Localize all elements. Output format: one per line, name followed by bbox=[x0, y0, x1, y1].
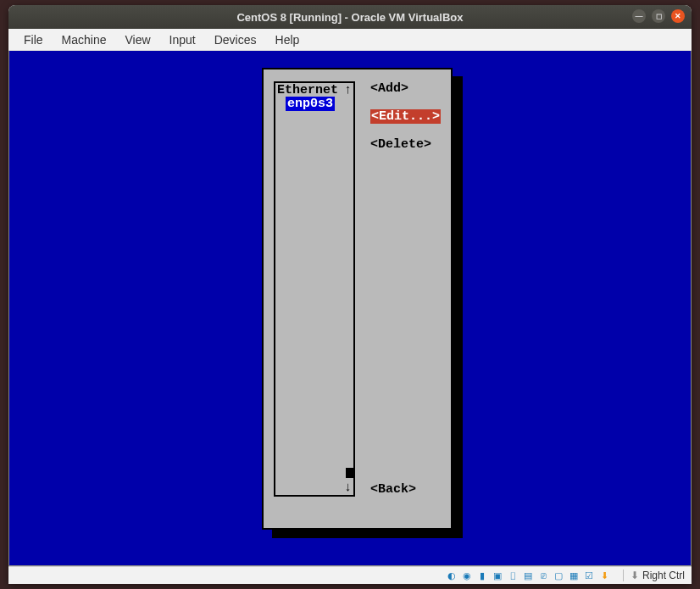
menubar: File Machine View Input Devices Help bbox=[8, 29, 692, 51]
network-icon[interactable]: ▣ bbox=[492, 570, 504, 581]
hard-disk-icon[interactable]: ◐ bbox=[446, 570, 458, 581]
vm-screen[interactable]: Ethernet ↑ enp0s3 ↓ <Add> <Edit...> bbox=[8, 51, 692, 566]
host-key-indicator[interactable]: ⬇ Right Ctrl bbox=[631, 570, 685, 581]
vboxvm-icon[interactable]: ▦ bbox=[568, 570, 581, 581]
separator bbox=[623, 570, 624, 581]
close-button[interactable]: ✕ bbox=[671, 9, 685, 23]
delete-button[interactable]: <Delete> bbox=[370, 137, 441, 152]
audio-icon[interactable]: ▮ bbox=[476, 570, 489, 581]
add-button[interactable]: <Add> bbox=[370, 81, 441, 96]
dialog-buttons: <Add> <Edit...> <Delete> <Back> bbox=[370, 81, 441, 497]
menu-devices[interactable]: Devices bbox=[206, 31, 265, 49]
minimize-button[interactable]: — bbox=[632, 9, 646, 23]
statusbar: ◐ ◉ ▮ ▣ ⌷ ▤ ⎚ ▢ ▦ ☑ ⬇ ⬇ Right Ctrl bbox=[8, 566, 692, 584]
usb-icon[interactable]: ⌷ bbox=[507, 570, 519, 581]
shared-folders-icon[interactable]: ▤ bbox=[522, 570, 535, 581]
menu-machine[interactable]: Machine bbox=[53, 31, 115, 49]
back-button[interactable]: <Back> bbox=[370, 482, 441, 497]
menu-view[interactable]: View bbox=[116, 31, 158, 49]
titlebar[interactable]: CentOS 8 [Running] - Oracle VM VirtualBo… bbox=[8, 5, 692, 29]
mouse-integration-icon[interactable]: ☑ bbox=[583, 570, 596, 581]
connection-list[interactable]: Ethernet ↑ enp0s3 ↓ bbox=[274, 81, 355, 497]
scroll-thumb[interactable] bbox=[346, 468, 354, 478]
scroll-down-icon[interactable]: ↓ bbox=[344, 481, 352, 495]
menu-file[interactable]: File bbox=[15, 31, 52, 49]
scroll-up-icon[interactable]: ↑ bbox=[344, 83, 352, 97]
list-item[interactable]: enp0s3 bbox=[286, 97, 335, 111]
list-header: Ethernet bbox=[277, 83, 338, 97]
display-icon[interactable]: ⎚ bbox=[537, 570, 550, 581]
maximize-button[interactable]: ◻ bbox=[652, 9, 665, 23]
virtualbox-window: CentOS 8 [Running] - Oracle VM VirtualBo… bbox=[8, 5, 692, 584]
window-title: CentOS 8 [Running] - Oracle VM VirtualBo… bbox=[236, 11, 463, 24]
menu-help[interactable]: Help bbox=[267, 31, 308, 49]
host-key-label: Right Ctrl bbox=[642, 570, 685, 581]
menu-input[interactable]: Input bbox=[161, 31, 204, 49]
nmtui-dialog: Ethernet ↑ enp0s3 ↓ <Add> <Edit...> bbox=[262, 68, 453, 530]
keyboard-icon[interactable]: ⬇ bbox=[598, 570, 611, 581]
optical-disk-icon[interactable]: ◉ bbox=[461, 570, 474, 581]
edit-button[interactable]: <Edit...> bbox=[370, 109, 441, 124]
recording-icon[interactable]: ▢ bbox=[553, 570, 565, 581]
window-controls: — ◻ ✕ bbox=[632, 9, 685, 23]
